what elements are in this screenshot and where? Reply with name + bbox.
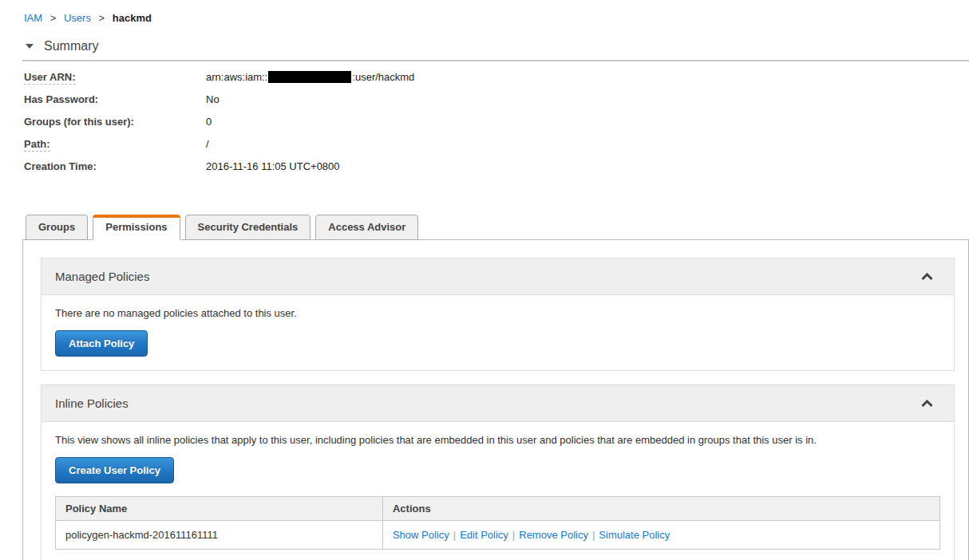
chevron-up-icon[interactable] — [921, 400, 933, 407]
simulate-policy-link[interactable]: Simulate Policy — [599, 529, 670, 541]
tab-security-credentials[interactable]: Security Credentials — [185, 215, 311, 240]
tab-access-advisor[interactable]: Access Advisor — [315, 215, 418, 240]
managed-policies-collapse-toggle[interactable]: Managed Policies — [42, 258, 954, 295]
field-label-path: Path: — [24, 138, 206, 150]
column-header-actions: Actions — [382, 497, 939, 521]
field-value-path: / — [206, 138, 969, 150]
summary-title: Summary — [44, 39, 98, 53]
redacted-account-id — [268, 71, 351, 83]
summary-fields: User ARN: arn:aws:iam:::user/hackmd Has … — [24, 71, 969, 172]
breadcrumb-link-iam[interactable]: IAM — [24, 12, 42, 24]
breadcrumb-current-user: hackmd — [113, 12, 152, 24]
permissions-tab-panel: Managed Policies There are no managed po… — [22, 239, 969, 560]
inline-policies-body: This view shows all inline policies that… — [42, 422, 954, 560]
policy-name-cell: policygen-hackmd-201611161111 — [56, 521, 383, 550]
column-header-policy-name: Policy Name — [56, 497, 383, 521]
field-label-groups: Groups (for this user): — [24, 116, 206, 128]
managed-policies-empty-message: There are no managed policies attached t… — [55, 307, 940, 320]
tab-groups[interactable]: Groups — [26, 215, 88, 240]
policy-actions-cell: Show Policy|Edit Policy|Remove Policy|Si… — [382, 521, 939, 550]
field-value-groups: 0 — [206, 116, 969, 128]
iam-user-detail-page: IAM > Users > hackmd Summary User ARN: a… — [0, 0, 969, 560]
chevron-up-icon[interactable] — [921, 273, 933, 280]
inline-policies-section: Inline Policies This view shows all inli… — [41, 385, 955, 560]
arn-suffix: :user/hackmd — [352, 71, 414, 83]
field-label-user-arn-text: User ARN: — [24, 71, 76, 85]
field-label-creation-time: Creation Time: — [24, 160, 206, 172]
field-value-user-arn: arn:aws:iam:::user/hackmd — [206, 71, 969, 83]
field-value-creation-time: 2016-11-16 11:05 UTC+0800 — [206, 160, 969, 172]
tab-permissions[interactable]: Permissions — [93, 215, 180, 240]
remove-policy-link[interactable]: Remove Policy — [519, 529, 588, 541]
tab-strip: Groups Permissions Security Credentials … — [26, 215, 969, 239]
inline-policies-title: Inline Policies — [55, 396, 129, 410]
field-row-creation-time: Creation Time: 2016-11-16 11:05 UTC+0800 — [24, 160, 969, 172]
managed-policies-title: Managed Policies — [55, 270, 149, 283]
field-row-has-password: Has Password: No — [24, 93, 969, 105]
field-label-user-arn: User ARN: — [24, 71, 206, 83]
summary-divider — [22, 60, 969, 61]
show-policy-link[interactable]: Show Policy — [393, 529, 449, 541]
create-user-policy-button[interactable]: Create User Policy — [55, 457, 174, 483]
breadcrumb: IAM > Users > hackmd — [0, 0, 969, 24]
action-separator: | — [453, 529, 456, 541]
inline-policies-table: Policy Name Actions policygen-hackmd-201… — [55, 496, 940, 550]
summary-collapse-toggle[interactable]: Summary — [26, 39, 969, 53]
breadcrumb-separator: > — [50, 12, 57, 24]
caret-down-icon — [26, 44, 34, 49]
action-separator: | — [512, 529, 515, 541]
field-label-has-password: Has Password: — [24, 93, 206, 105]
managed-policies-body: There are no managed policies attached t… — [42, 295, 954, 370]
field-value-has-password: No — [206, 93, 969, 105]
table-row: policygen-hackmd-201611161111 Show Polic… — [56, 521, 940, 550]
table-header-row: Policy Name Actions — [56, 497, 940, 521]
edit-policy-link[interactable]: Edit Policy — [460, 529, 508, 541]
field-row-path: Path: / — [24, 138, 969, 150]
breadcrumb-separator: > — [99, 12, 105, 24]
attach-policy-button[interactable]: Attach Policy — [55, 330, 148, 357]
field-row-groups: Groups (for this user): 0 — [24, 116, 969, 128]
field-label-path-text: Path: — [24, 138, 50, 152]
inline-policies-collapse-toggle[interactable]: Inline Policies — [42, 385, 954, 422]
arn-prefix: arn:aws:iam:: — [206, 71, 267, 83]
field-row-user-arn: User ARN: arn:aws:iam:::user/hackmd — [24, 71, 969, 83]
breadcrumb-link-users[interactable]: Users — [64, 12, 91, 24]
managed-policies-section: Managed Policies There are no managed po… — [41, 258, 955, 371]
inline-policies-description: This view shows all inline policies that… — [55, 434, 940, 447]
action-separator: | — [592, 529, 595, 541]
